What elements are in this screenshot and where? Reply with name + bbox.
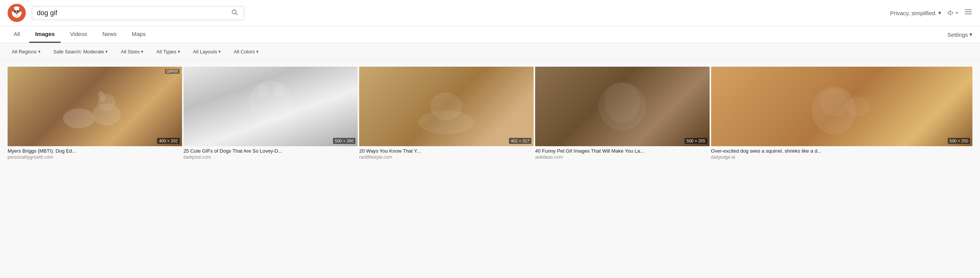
image-dims-1: 400 × 292 — [157, 138, 180, 144]
svg-point-6 — [15, 11, 16, 11]
image-title-5: Over-excited dog sees a squirrel, shriek… — [711, 148, 972, 154]
image-dims-2: 500 × 280 — [333, 138, 355, 144]
search-bar: dog gif — [32, 6, 244, 20]
svg-point-9 — [16, 13, 18, 14]
image-card-3[interactable]: 402 × 317 20 Ways You Know That Y... ran… — [359, 67, 534, 160]
svg-point-7 — [18, 11, 19, 11]
image-wrapper-1: GIPHY 400 × 292 — [8, 67, 182, 146]
image-wrapper-4: 500 × 255 — [535, 67, 710, 146]
svg-point-28 — [604, 82, 640, 122]
image-source-5: dailyedge.ie — [711, 155, 972, 160]
nav-bar: All Images Videos News Maps Settings ▾ — [0, 26, 980, 43]
nav-right: Settings ▾ — [947, 27, 972, 43]
privacy-label: Privacy, simplified. — [890, 10, 937, 16]
image-placeholder-2 — [184, 67, 358, 146]
image-placeholder-1 — [8, 67, 182, 146]
svg-line-13 — [235, 13, 237, 15]
svg-point-22 — [249, 81, 293, 125]
image-card-2[interactable]: 500 × 280 25 Cute GIFs of Dogs That Are … — [184, 67, 358, 160]
privacy-link[interactable]: Privacy, simplified. ▾ — [890, 9, 941, 16]
svg-point-30 — [820, 88, 848, 117]
image-card-4[interactable]: 500 × 255 40 Funny Pet Gif Images That W… — [535, 67, 710, 160]
filter-safe-search[interactable]: Safe Search: Moderate — [49, 47, 112, 57]
image-wrapper-2: 500 × 280 — [184, 67, 358, 146]
speaker-chevron-icon: ▾ — [956, 10, 958, 16]
image-wrapper-3: 402 × 317 — [359, 67, 534, 146]
filter-sizes[interactable]: All Sizes — [116, 47, 148, 57]
settings-chevron-icon: ▾ — [969, 31, 972, 38]
svg-point-18 — [63, 108, 95, 128]
hamburger-menu[interactable] — [964, 8, 972, 18]
image-title-1: Myers Briggs (MBTI): Dog Ed... — [8, 148, 182, 154]
privacy-chevron-icon: ▾ — [938, 9, 941, 16]
search-input[interactable]: dog gif — [37, 9, 229, 17]
image-title-4: 40 Funny Pet Gif Images That Will Make Y… — [535, 148, 710, 154]
settings-label: Settings — [947, 32, 968, 38]
header-right: Privacy, simplified. ▾ ▾ — [890, 8, 972, 18]
search-button[interactable] — [229, 9, 239, 17]
filter-regions[interactable]: All Regions — [8, 47, 45, 57]
image-card-1[interactable]: GIPHY 400 × 292 Myers Briggs (MBTI): Dog… — [8, 67, 182, 160]
tab-images[interactable]: Images — [29, 26, 61, 43]
filter-layouts[interactable]: All Layouts — [189, 47, 225, 57]
settings-button[interactable]: Settings ▾ — [947, 27, 972, 43]
image-dims-4: 500 × 255 — [684, 138, 707, 144]
image-grid: GIPHY 400 × 292 Myers Briggs (MBTI): Dog… — [0, 61, 980, 163]
image-title-3: 20 Ways You Know That Y... — [359, 148, 534, 154]
filter-bar: All Regions Safe Search: Moderate All Si… — [0, 43, 980, 61]
ddg-logo[interactable] — [8, 4, 26, 22]
svg-point-31 — [846, 96, 870, 117]
image-card-5[interactable]: 500 × 250 Over-excited dog sees a squirr… — [711, 67, 972, 160]
tab-maps[interactable]: Maps — [126, 26, 152, 43]
giphy-badge-1: GIPHY — [165, 69, 180, 74]
header: dog gif Privacy, simplified. ▾ ▾ — [0, 0, 980, 26]
image-wrapper-5: 500 × 250 — [711, 67, 972, 146]
svg-marker-14 — [948, 11, 951, 15]
image-title-2: 25 Cute GIFs of Dogs That Are So Lovey-D… — [184, 148, 358, 154]
image-placeholder-5 — [711, 67, 972, 146]
filter-types[interactable]: All Types — [152, 47, 184, 57]
svg-point-26 — [430, 92, 462, 120]
image-placeholder-4 — [535, 67, 710, 146]
tab-all[interactable]: All — [8, 26, 26, 43]
image-source-4: askideas.com — [535, 155, 710, 160]
speaker-button[interactable]: ▾ — [947, 9, 958, 17]
filter-colors[interactable]: All Colors — [229, 47, 263, 57]
image-placeholder-3 — [359, 67, 534, 146]
tab-videos[interactable]: Videos — [64, 26, 93, 43]
image-dims-5: 500 × 250 — [948, 138, 970, 144]
image-source-1: personalitygrowth.com — [8, 155, 182, 160]
tab-news[interactable]: News — [96, 26, 123, 43]
image-dims-3: 402 × 317 — [509, 138, 531, 144]
image-source-3: rantlifestyle.com — [359, 155, 534, 160]
image-source-2: barkpost.com — [184, 155, 358, 160]
